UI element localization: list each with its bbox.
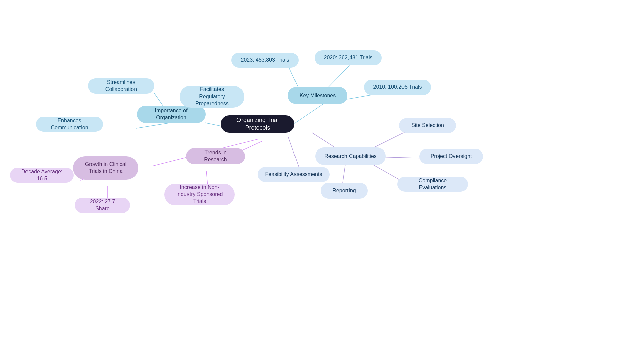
facilitates-reg-node: Facilitates Regulatory Preparedness: [180, 86, 244, 108]
enhances-comm-node: Enhances Communication: [36, 117, 103, 132]
reporting-node: Reporting: [321, 183, 368, 199]
trial-2020-node: 2020: 362,481 Trials: [315, 50, 382, 65]
svg-line-13: [288, 137, 300, 171]
importance-of-org-node: Importance of Organization: [137, 106, 206, 123]
decade-avg-node: Decade Average: 16.5: [10, 168, 74, 183]
trends-research-node: Trends in Research: [186, 148, 245, 164]
center-node: Organizing Trial Protocols: [221, 115, 294, 133]
key-milestones-node: Key Milestones: [288, 87, 347, 104]
site-selection-node: Site Selection: [399, 118, 456, 133]
share-2022-node: 2022: 27.7 Share: [75, 198, 130, 213]
compliance-eval-node: Compliance Evaluations: [397, 177, 468, 192]
project-oversight-node: Project Oversight: [419, 149, 483, 164]
increase-nonindustry-node: Increase in Non-Industry Sponsored Trial…: [164, 184, 235, 205]
growth-china-node: Growth in Clinical Trials in China: [73, 156, 138, 180]
svg-line-4: [293, 104, 324, 124]
trial-2023-node: 2023: 453,803 Trials: [231, 53, 299, 68]
streamlines-collab-node: Streamlines Collaboration: [88, 78, 154, 94]
svg-line-3: [136, 123, 171, 128]
research-cap-node: Research Capabilities: [315, 147, 386, 165]
feasibility-node: Feasibility Assessments: [258, 167, 330, 182]
trial-2010-node: 2010: 100,205 Trials: [364, 80, 431, 95]
